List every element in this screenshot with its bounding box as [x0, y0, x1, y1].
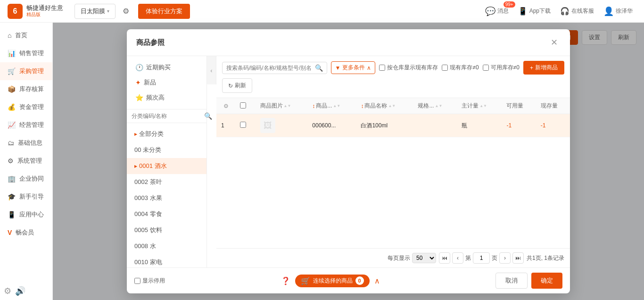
sort-arrows-code: ▲▼ [333, 104, 340, 108]
first-page-btn[interactable]: ⏮ [439, 252, 450, 264]
logo-text-line1: 畅捷通好生意 [26, 4, 63, 12]
collapse-icon: ‹ [210, 67, 212, 74]
sidebar-item-inventory[interactable]: 📦 库存核算 [0, 80, 52, 98]
page-number-input[interactable] [473, 252, 490, 264]
member-icon: V [8, 229, 12, 236]
sort-arrows-name: ▲▼ [388, 104, 396, 108]
sidebar-item-enterprise[interactable]: 🏢 企业协同 [0, 170, 52, 188]
row-checkbox [235, 114, 256, 137]
app-download-btn[interactable]: 📱 App下载 [514, 5, 554, 17]
recent-icon: 🕐 [135, 64, 143, 71]
last-page-btn[interactable]: ⏭ [512, 252, 524, 264]
cart-area[interactable]: 🛒 连续选择的商品 0 [295, 275, 370, 287]
logo-icon: 6 [8, 4, 23, 19]
select-all-checkbox[interactable] [240, 102, 246, 108]
cart-count-badge: 0 [355, 276, 364, 285]
th-stock: 现存量 [536, 98, 570, 114]
sidebar-item-guide[interactable]: 🎓 新手引导 [0, 188, 52, 206]
sidebar-item-member[interactable]: V 畅会员 [0, 224, 52, 242]
cat-item-0010[interactable]: 0010 家电 [127, 254, 206, 267]
cat-link-new[interactable]: ✦ 新品 [131, 75, 203, 90]
table-gear-icon[interactable]: ⚙ [221, 103, 231, 109]
confirm-btn[interactable]: 确定 [531, 273, 562, 289]
trial-btn[interactable]: 体验行业方案 [138, 4, 190, 19]
table-row[interactable]: 1 🖼 [216, 114, 570, 137]
product-search-icon[interactable]: 🔍 [315, 64, 323, 72]
th-checkbox [235, 98, 256, 114]
refresh-btn[interactable]: ↻ 刷新 [222, 78, 252, 93]
sidebar-item-operation[interactable]: 📈 经营管理 [0, 116, 52, 134]
modal-header: 商品参照 ✕ [127, 29, 570, 56]
sidebar-item-home[interactable]: ⌂ 首页 [0, 26, 52, 44]
sidebar-item-label: 资金管理 [19, 103, 44, 111]
sidebar-item-label: 企业协同 [19, 175, 44, 183]
main-content: 查询 设置 刷新 商品参照 ✕ 🕐 [53, 23, 644, 300]
cat-item-0002[interactable]: 0002 茶叶 [127, 174, 206, 190]
cat-item-0005[interactable]: 0005 饮料 [127, 222, 206, 238]
new-icon: ✦ [135, 79, 141, 86]
home-icon: ⌂ [8, 32, 11, 39]
add-product-btn[interactable]: + 新增商品 [523, 61, 564, 75]
cat-item-all[interactable]: ▶ 全部分类 [127, 126, 206, 142]
nav-dropdown[interactable]: 日太阳膜 ▾ [74, 4, 116, 19]
cat-search-icon[interactable]: 🔍 [204, 112, 212, 120]
message-btn[interactable]: 💬 99+ 消息 [481, 4, 512, 18]
modal-title: 商品参照 [136, 38, 165, 47]
cart-icon: 🛒 [301, 276, 310, 285]
cat-link-frequent[interactable]: ⭐ 频次高 [131, 90, 203, 105]
plus-icon: + [530, 65, 533, 71]
cat-item-0003[interactable]: 0003 水果 [127, 190, 206, 206]
sidebar-item-finance[interactable]: 💰 资金管理 [0, 98, 52, 116]
filter-btn[interactable]: ▼ 更多条件 ∧ [331, 61, 376, 74]
modal-close-btn[interactable]: ✕ [547, 36, 561, 49]
sidebar-item-purchase[interactable]: 🛒 采购管理 [0, 62, 52, 80]
prev-page-btn[interactable]: ‹ [452, 252, 463, 264]
per-page-select[interactable]: 10 20 50 100 [412, 253, 436, 263]
sidebar-item-apps[interactable]: 📱 应用中心 [0, 206, 52, 224]
row-stock: -1 [536, 114, 570, 137]
help-icon[interactable]: ❓ [281, 276, 290, 285]
cat-item-0004[interactable]: 0004 零食 [127, 206, 206, 222]
checkbox-available[interactable]: 可用库存≠0 [483, 64, 520, 72]
volume-icon[interactable]: 🔊 [15, 286, 25, 296]
row-unit: 瓶 [457, 114, 502, 137]
next-page-btn[interactable]: › [499, 252, 511, 264]
sidebar-item-system[interactable]: ⚙ 系统管理 [0, 152, 52, 170]
cat-link-recent[interactable]: 🕐 近期购买 [131, 60, 203, 75]
th-available: 可用量 [502, 98, 536, 114]
show-disabled-checkbox[interactable]: 显示停用 [134, 277, 165, 285]
th-name: ↕ 商品名称 ▲▼ [356, 98, 413, 114]
user-avatar[interactable]: 👤 徐泽华 [600, 4, 636, 18]
footer-right: 取消 确定 [495, 273, 562, 289]
row-index: 1 [216, 114, 235, 137]
cat-item-00[interactable]: 00 未分类 [127, 142, 206, 158]
modal-footer: 显示停用 ❓ 🛒 连续选择的商品 0 ∧ 取消 确定 [127, 267, 570, 293]
row-select-checkbox[interactable] [240, 122, 246, 128]
apps-icon: 📱 [8, 211, 16, 218]
frequent-icon: ⭐ [135, 94, 143, 101]
cat-item-0001[interactable]: ▶ 0001 酒水 [127, 158, 206, 174]
pagination: 每页显示 10 20 50 100 ⏮ ‹ [216, 248, 570, 267]
cancel-btn[interactable]: 取消 [495, 273, 528, 289]
row-spec [413, 114, 457, 137]
category-list: ▶ 全部分类 00 未分类 ▶ 0001 酒水 0002 茶 [127, 123, 206, 267]
settings-bottom-icon[interactable]: ⚙ [4, 286, 11, 296]
enterprise-icon: 🏢 [8, 175, 16, 183]
th-image: 商品图片 ▲▼ [256, 98, 308, 114]
footer-collapse-icon[interactable]: ∧ [374, 276, 380, 285]
gear-icon[interactable]: ⚙ [119, 5, 132, 18]
cat-item-0008[interactable]: 0008 水 [127, 238, 206, 254]
checkbox-warehouse[interactable]: 按仓库显示现有库存 [379, 64, 438, 72]
sidebar-item-label: 库存核算 [19, 85, 44, 93]
sidebar-item-sales[interactable]: 📊 销售管理 [0, 44, 52, 62]
sidebar: ⌂ 首页 📊 销售管理 🛒 采购管理 📦 库存核算 💰 资金管理 📈 经营管理 … [0, 23, 53, 300]
product-search-input[interactable] [226, 65, 313, 71]
guide-icon: 🎓 [8, 193, 16, 200]
product-search-box: 🔍 [222, 62, 327, 74]
online-service-btn[interactable]: 🎧 在线客服 [556, 5, 598, 17]
sidebar-item-basic[interactable]: 🗂 基础信息 [0, 134, 52, 152]
checkbox-stock[interactable]: 现有库存≠0 [442, 64, 479, 72]
cat-search-input[interactable] [132, 113, 202, 119]
collapse-panel-btn[interactable]: ‹ [207, 56, 216, 84]
sidebar-item-label: 畅会员 [16, 228, 34, 237]
